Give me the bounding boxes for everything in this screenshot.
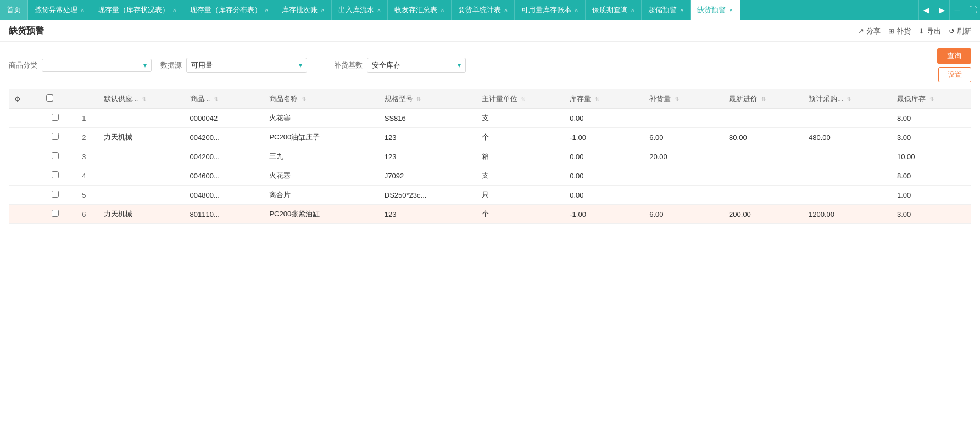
tab-inventory-dist-close[interactable]: × (265, 7, 268, 13)
row-gear-cell (9, 109, 41, 128)
tab-collect-summary-close[interactable]: × (441, 7, 444, 13)
row-est-purchase (803, 147, 892, 166)
gear-settings-icon[interactable]: ⚙ (14, 95, 21, 103)
category-select[interactable]: ▾ (42, 59, 152, 72)
row-checkbox-4[interactable] (52, 191, 59, 198)
tab-expiry-query-label: 保质期查询 (592, 5, 628, 15)
row-latest-price (723, 147, 803, 166)
tab-inout-flow[interactable]: 出入库流水 × (332, 0, 388, 20)
row-min-stock: 8.00 (892, 166, 971, 186)
row-checkbox-2[interactable] (52, 152, 59, 159)
replenish-base-select[interactable]: 安全库存 ▾ (367, 58, 466, 73)
col-latest-price-sort-icon: ⇅ (761, 96, 766, 102)
col-min-stock[interactable]: 最低库存 ⇅ (892, 89, 971, 109)
row-est-purchase: 1200.00 (803, 205, 892, 224)
row-product-name: 三九 (264, 147, 378, 166)
tab-abnormal[interactable]: 拣货异常处理 × (28, 0, 91, 20)
refresh-icon: ↺ (949, 27, 955, 35)
table-row: 3 004200... 三九 123 箱 0.00 20.00 10.00 (9, 147, 971, 166)
share-button[interactable]: ↗ 分享 (858, 26, 881, 36)
tab-next-button[interactable]: ▶ (934, 0, 949, 20)
col-latest-price[interactable]: 最新进价 ⇅ (723, 89, 803, 109)
col-stock[interactable]: 库存量 ⇅ (564, 89, 644, 109)
tab-expiry-query-close[interactable]: × (631, 7, 634, 13)
tab-shortage[interactable]: 缺货预警 × (691, 0, 739, 20)
row-min-stock: 8.00 (892, 109, 971, 128)
row-default-supplier (98, 147, 185, 166)
tab-overstock-close[interactable]: × (680, 7, 683, 13)
row-checkbox-cell[interactable] (41, 109, 70, 128)
col-replenish-qty-label: 补货量 (649, 94, 671, 103)
col-product-name-label: 商品名称 (269, 94, 298, 103)
tab-inout-flow-close[interactable]: × (377, 7, 381, 13)
table-row: 1 0000042 火花塞 SS816 支 0.00 8.00 (9, 109, 971, 128)
row-checkbox-0[interactable] (52, 114, 59, 121)
tab-fullscreen-button[interactable]: ⛶ (965, 0, 980, 20)
row-checkbox-cell[interactable] (41, 147, 70, 166)
row-replenish-qty: 20.00 (644, 147, 723, 166)
col-product-name[interactable]: 商品名称 ⇅ (264, 89, 378, 109)
tab-home[interactable]: 首页 (0, 0, 28, 20)
tab-minimize-button[interactable]: ─ (949, 0, 965, 20)
table-container: ⚙ 默认供应... ⇅ 商品... ⇅ 商品名称 (0, 89, 980, 224)
row-gear-cell (9, 205, 41, 224)
tab-nav-buttons: ◀ ▶ ─ ⛶ (918, 0, 980, 20)
row-checkbox-cell[interactable] (41, 166, 70, 186)
export-button[interactable]: ⬇ 导出 (918, 26, 941, 36)
row-spec: J7092 (379, 166, 476, 186)
replenish-button[interactable]: ⊞ 补货 (888, 26, 911, 36)
select-all-checkbox[interactable] (46, 94, 53, 102)
row-latest-price (723, 166, 803, 186)
col-est-purchase[interactable]: 预计采购... ⇅ (803, 89, 892, 109)
row-checkbox-1[interactable] (52, 133, 59, 140)
tab-available-ledger-close[interactable]: × (575, 7, 578, 13)
query-button[interactable]: 查询 (937, 48, 971, 64)
row-product-code: 004600... (185, 166, 264, 186)
datasource-label: 数据源 (160, 60, 182, 70)
tab-inventory-status-label: 现存量（库存状况表） (98, 5, 169, 15)
page-title: 缺货预警 (9, 25, 44, 37)
page-header: 缺货预警 ↗ 分享 ⊞ 补货 ⬇ 导出 ↺ 刷新 (0, 20, 980, 42)
tab-shortage-close[interactable]: × (729, 7, 732, 13)
row-product-code: 0000042 (185, 109, 264, 128)
row-checkbox-3[interactable] (52, 171, 59, 178)
row-number: 5 (70, 186, 98, 205)
refresh-button[interactable]: ↺ 刷新 (949, 26, 971, 36)
tab-batch-close[interactable]: × (321, 7, 324, 13)
settings-button[interactable]: 设置 (938, 67, 971, 82)
row-checkbox-5[interactable] (52, 210, 59, 217)
row-default-supplier (98, 109, 185, 128)
col-product-code[interactable]: 商品... ⇅ (185, 89, 264, 109)
col-unit[interactable]: 主计量单位 ⇅ (476, 89, 564, 109)
tab-demand-stats[interactable]: 要货单统计表 × (452, 0, 515, 20)
col-default-supplier-label: 默认供应... (104, 94, 138, 103)
tab-available-ledger[interactable]: 可用量库存账本 × (515, 0, 585, 20)
col-est-purchase-sort-icon: ⇅ (847, 96, 851, 102)
col-rownum (70, 89, 98, 109)
tab-expiry-query[interactable]: 保质期查询 × (586, 0, 642, 20)
col-replenish-qty[interactable]: 补货量 ⇅ (644, 89, 723, 109)
row-checkbox-cell[interactable] (41, 205, 70, 224)
row-min-stock: 10.00 (892, 147, 971, 166)
tab-abnormal-close[interactable]: × (81, 7, 84, 13)
table-row: 2 力天机械 004200... PC200油缸庄子 123 个 -1.00 6… (9, 128, 971, 147)
tab-prev-button[interactable]: ◀ (918, 0, 934, 20)
tab-inventory-status-close[interactable]: × (172, 7, 176, 13)
row-default-supplier: 力天机械 (98, 205, 185, 224)
tab-inventory-dist[interactable]: 现存量（库存分布表） × (183, 0, 275, 20)
tab-collect-summary[interactable]: 收发存汇总表 × (388, 0, 451, 20)
row-number: 4 (70, 166, 98, 186)
col-spec[interactable]: 规格型号 ⇅ (379, 89, 476, 109)
datasource-select[interactable]: 可用量 ▾ (186, 58, 307, 73)
row-checkbox-cell[interactable] (41, 186, 70, 205)
tab-overstock[interactable]: 超储预警 × (642, 0, 691, 20)
col-default-supplier[interactable]: 默认供应... ⇅ (98, 89, 185, 109)
tab-batch[interactable]: 库存批次账 × (275, 0, 331, 20)
tab-inventory-status[interactable]: 现存量（库存状况表） × (91, 0, 183, 20)
tab-demand-stats-close[interactable]: × (504, 7, 508, 13)
replenish-base-filter: 补货基数 安全库存 ▾ (334, 58, 466, 73)
replenish-base-chevron-down-icon: ▾ (458, 61, 461, 69)
row-checkbox-cell[interactable] (41, 128, 70, 147)
row-unit: 个 (476, 128, 564, 147)
col-product-code-label: 商品... (190, 94, 210, 103)
